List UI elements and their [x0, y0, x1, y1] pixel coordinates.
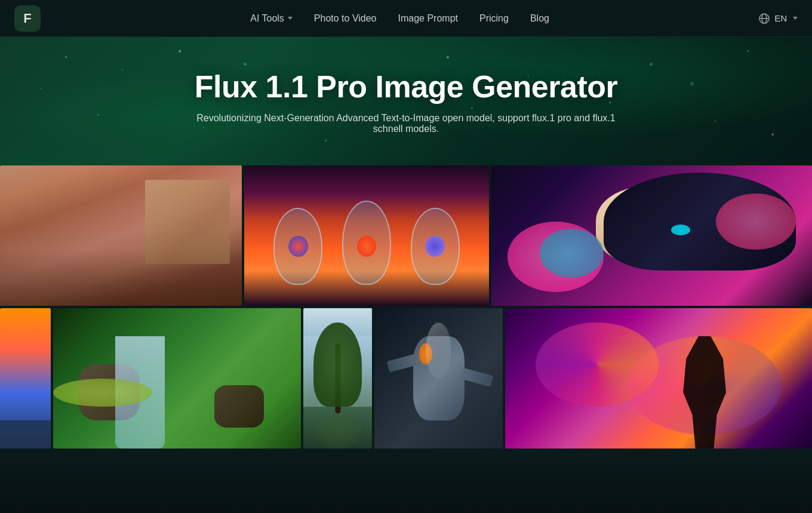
hero-section: Flux 1.1 Pro Image Generator Revolutioni… [0, 37, 812, 165]
bottom-area [0, 449, 812, 513]
nav-item-pricing[interactable]: Pricing [479, 13, 509, 24]
hero-subtitle: Revolutionizing Next-Generation Advanced… [191, 113, 621, 134]
hero-title: Flux 1.1 Pro Image Generator [195, 69, 617, 105]
gallery-item-fish [244, 165, 489, 306]
logo[interactable]: F [14, 5, 41, 32]
gallery [0, 165, 812, 449]
gallery-item-girl [0, 165, 242, 306]
navbar: F AI Tools Photo to Video Image Prompt P… [0, 0, 812, 37]
gallery-item-beach [0, 308, 51, 449]
nav-item-photo-to-video[interactable]: Photo to Video [314, 13, 377, 24]
gallery-item-robot [374, 308, 503, 449]
gallery-row-2 [0, 308, 812, 449]
gallery-item-waterfall [53, 308, 301, 449]
nav-item-image-prompt[interactable]: Image Prompt [398, 13, 458, 24]
gallery-row-1 [0, 165, 812, 306]
logo-text: F [23, 11, 31, 26]
nav-item-blog[interactable]: Blog [530, 13, 549, 24]
gallery-item-tree [303, 308, 372, 449]
nav-center: AI Tools Photo to Video Image Prompt Pri… [250, 13, 549, 24]
lang-chevron-icon [793, 17, 798, 20]
language-selector[interactable]: EN [759, 13, 798, 24]
gallery-item-anime [491, 165, 812, 306]
globe-icon [759, 13, 770, 24]
chevron-down-icon [288, 17, 293, 20]
lang-code: EN [774, 13, 787, 23]
nav-item-ai-tools[interactable]: AI Tools [250, 13, 293, 24]
gallery-item-swirl [505, 308, 812, 449]
